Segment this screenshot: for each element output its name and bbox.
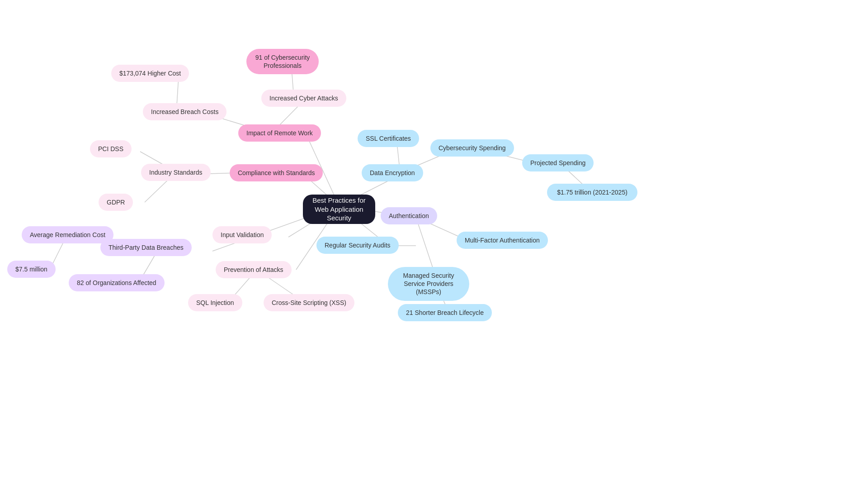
data-encryption-node: Data Encryption (362, 164, 423, 181)
svg-line-27 (416, 217, 434, 271)
input-validation-node: Input Validation (212, 226, 272, 243)
gdpr-node: GDPR (99, 194, 133, 211)
ssl-certs-node: SSL Certificates (358, 130, 419, 147)
mfa-node: Multi-Factor Authentication (457, 232, 548, 249)
compliance-standards-node: Compliance with Standards (230, 164, 323, 181)
increased-breach-node: Increased Breach Costs (143, 103, 226, 120)
pci-dss-node: PCI DSS (90, 140, 132, 157)
cybersec-spending-node: Cybersecurity Spending (430, 139, 514, 157)
higher-cost-node: $173,074 Higher Cost (111, 65, 189, 82)
center-node: Best Practices for Web Application Secur… (303, 195, 375, 224)
shorter-breach-node: 21 Shorter Breach Lifecycle (398, 304, 492, 321)
cybersec-prof-node: 91 of Cybersecurity Professionals (246, 49, 319, 74)
dollar-75m-node: $7.5 million (7, 261, 56, 278)
xss-node: Cross-Site Scripting (XSS) (264, 294, 354, 311)
mssp-node: Managed Security Service Providers (MSSP… (388, 267, 469, 301)
cyber-attacks-node: Increased Cyber Attacks (261, 90, 346, 107)
avg-remediation-node: Average Remediation Cost (22, 226, 113, 243)
industry-standards-node: Industry Standards (141, 164, 211, 181)
authentication-node: Authentication (381, 207, 437, 224)
trillion-node: $1.75 trillion (2021-2025) (547, 184, 637, 201)
impact-remote-node: Impact of Remote Work (238, 124, 321, 142)
prevention-attacks-node: Prevention of Attacks (216, 261, 292, 278)
projected-spending-node: Projected Spending (522, 154, 594, 171)
regular-audits-node: Regular Security Audits (316, 237, 399, 254)
org-affected-node: 82 of Organizations Affected (69, 274, 165, 291)
sql-injection-node: SQL Injection (188, 294, 242, 311)
third-party-node: Third-Party Data Breaches (100, 239, 192, 256)
